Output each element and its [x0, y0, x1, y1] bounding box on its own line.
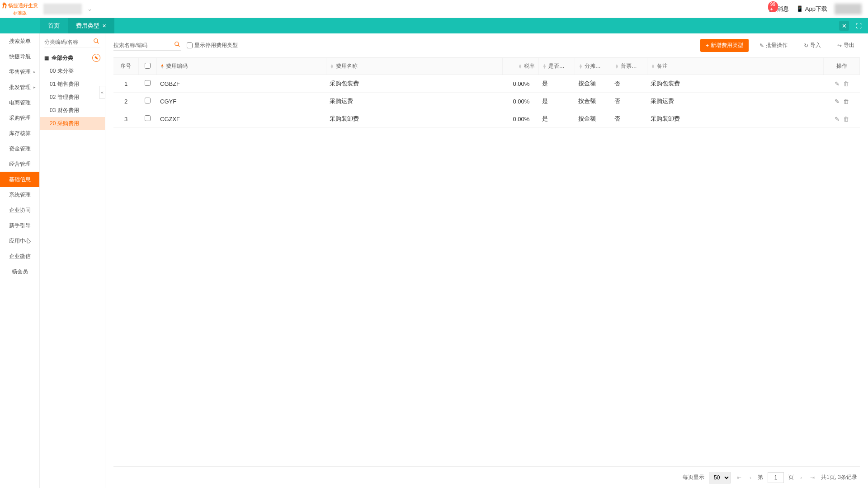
tab-home[interactable]: 首页	[40, 18, 68, 33]
main-search-input[interactable]	[113, 40, 181, 51]
nav-item[interactable]: 基础信息	[0, 172, 39, 187]
add-expense-type-button[interactable]: + 新增费用类型	[700, 39, 749, 52]
delete-icon[interactable]: 🗑	[843, 116, 849, 122]
caret-icon: ▸	[33, 70, 36, 74]
nav-item[interactable]: 批发管理▸	[0, 80, 39, 95]
per-page-select[interactable]: 50	[709, 472, 731, 483]
page-prefix: 第	[758, 474, 763, 481]
messages-badge: 99 +	[768, 1, 778, 12]
row-checkbox[interactable]	[145, 80, 151, 86]
show-disabled-checkbox[interactable]: 显示停用费用类型	[187, 42, 238, 49]
category-search	[40, 33, 105, 51]
cell-code: CGZXF	[156, 110, 326, 128]
col-alloc[interactable]: ▲▼分摊…	[575, 58, 611, 75]
avatar-blurred[interactable]	[835, 4, 862, 14]
page-first-icon[interactable]: ⇤	[735, 474, 743, 481]
cell-name: 采购包装费	[326, 75, 502, 93]
import-icon: ↻	[804, 42, 808, 49]
category-edit-icon[interactable]: ✎	[92, 54, 100, 62]
page-input[interactable]	[768, 472, 784, 483]
delete-icon[interactable]: 🗑	[843, 80, 849, 87]
edit-icon[interactable]: ✎	[835, 116, 840, 122]
page-suffix: 页	[788, 474, 794, 481]
col-rate[interactable]: ▲▼税率	[502, 58, 538, 75]
nav-item[interactable]: 系统管理	[0, 187, 39, 202]
nav-item[interactable]: 应用中心	[0, 233, 39, 249]
page-last-icon[interactable]: ⇥	[808, 474, 816, 481]
category-item[interactable]: 20 采购费用	[40, 117, 105, 130]
search-icon[interactable]	[174, 41, 180, 49]
nav-item[interactable]: 资金管理	[0, 141, 39, 156]
col-remark[interactable]: ▲▼备注	[647, 58, 823, 75]
svg-line-3	[178, 45, 180, 47]
nav-item[interactable]: 企业协同	[0, 202, 39, 218]
nav-item[interactable]: 库存核算	[0, 126, 39, 141]
edit-icon[interactable]: ✎	[835, 98, 840, 105]
app-download-label: App下载	[805, 5, 827, 13]
category-search-input[interactable]	[44, 37, 100, 47]
tenant-chevron-icon[interactable]: ⌄	[87, 5, 92, 12]
tab-expense-type[interactable]: 费用类型 ✕	[68, 18, 114, 33]
category-item[interactable]: 03 财务费用	[40, 104, 105, 117]
nav-item[interactable]: 畅会员	[0, 264, 39, 279]
import-label: 导入	[810, 42, 821, 49]
cell-seq: 1	[113, 75, 138, 93]
messages-label: 消息	[777, 5, 789, 13]
category-item[interactable]: 00 未分类	[40, 65, 105, 78]
app-download-link[interactable]: 📱 App下载	[796, 5, 827, 13]
page-prev-icon[interactable]: ‹	[748, 474, 753, 481]
pagination: 每页显示 50 ⇤ ‹ 第 页 › ⇥ 共1页, 3条记录	[113, 466, 860, 488]
phone-icon: 📱	[796, 5, 803, 12]
show-disabled-input[interactable]	[187, 42, 193, 48]
cell-checkbox[interactable]	[138, 110, 156, 128]
select-all-checkbox[interactable]	[145, 63, 151, 69]
col-seq[interactable]: 序号	[113, 58, 138, 75]
cell-ops: ✎🗑	[824, 110, 860, 128]
table-row: 2CGYF采购运费0.00%是按金额否采购运费✎🗑	[113, 93, 860, 110]
search-icon[interactable]	[93, 38, 99, 46]
plus-icon: +	[706, 42, 709, 49]
cell-is2: 否	[611, 93, 647, 110]
import-button[interactable]: ↻ 导入	[798, 39, 826, 52]
col-code[interactable]: ▲▼费用编码	[156, 58, 326, 75]
col-checkbox[interactable]	[138, 58, 156, 75]
col-is1[interactable]: ▲▼是否…	[538, 58, 575, 75]
nav-item[interactable]: 电商管理	[0, 95, 39, 110]
col-is2[interactable]: ▲▼普票…	[611, 58, 647, 75]
nav-item[interactable]: 搜索菜单	[0, 33, 39, 49]
nav-item[interactable]: 企业微信	[0, 249, 39, 264]
export-button[interactable]: ↪ 导出	[832, 39, 860, 52]
category-item[interactable]: 01 销售费用	[40, 78, 105, 91]
col-name[interactable]: ▲▼费用名称	[326, 58, 502, 75]
edit-icon[interactable]: ✎	[835, 80, 840, 87]
per-page-label: 每页显示	[683, 474, 704, 481]
nav-item[interactable]: 经营管理	[0, 156, 39, 172]
cell-alloc: 按金额	[575, 75, 611, 93]
tabbar-fullscreen-icon[interactable]: ⛶	[854, 21, 863, 31]
delete-icon[interactable]: 🗑	[843, 98, 849, 105]
nav-item[interactable]: 快捷导航	[0, 49, 39, 64]
cell-remark: 采购运费	[647, 93, 823, 110]
tab-close-icon[interactable]: ✕	[102, 23, 106, 29]
cell-checkbox[interactable]	[138, 75, 156, 93]
table-row: 3CGZXF采购装卸费0.00%是按金额否采购装卸费✎🗑	[113, 110, 860, 128]
page-next-icon[interactable]: ›	[798, 474, 804, 481]
category-all[interactable]: ▦ 全部分类 ✎	[40, 51, 105, 65]
tabbar-close-all-icon[interactable]: ✕	[839, 21, 849, 31]
logo: ℏ 畅捷通好生意 标准版	[0, 0, 40, 17]
category-item[interactable]: 02 管理费用	[40, 91, 105, 104]
row-checkbox[interactable]	[145, 115, 151, 121]
nav-item[interactable]: 零售管理▸	[0, 64, 39, 80]
cell-seq: 2	[113, 93, 138, 110]
brand-right: 畅捷通好生意	[8, 2, 38, 9]
nav-item[interactable]: 新手引导	[0, 218, 39, 233]
grid-icon: ▦	[44, 55, 49, 61]
messages-link[interactable]: 99 + 💬 消息	[768, 5, 789, 13]
batch-ops-button[interactable]: ✎ 批量操作	[754, 39, 793, 52]
category-collapse-icon[interactable]: «	[99, 86, 105, 99]
cell-alloc: 按金额	[575, 110, 611, 128]
nav-item[interactable]: 采购管理	[0, 110, 39, 126]
cell-seq: 3	[113, 110, 138, 128]
cell-checkbox[interactable]	[138, 93, 156, 110]
row-checkbox[interactable]	[145, 98, 151, 103]
